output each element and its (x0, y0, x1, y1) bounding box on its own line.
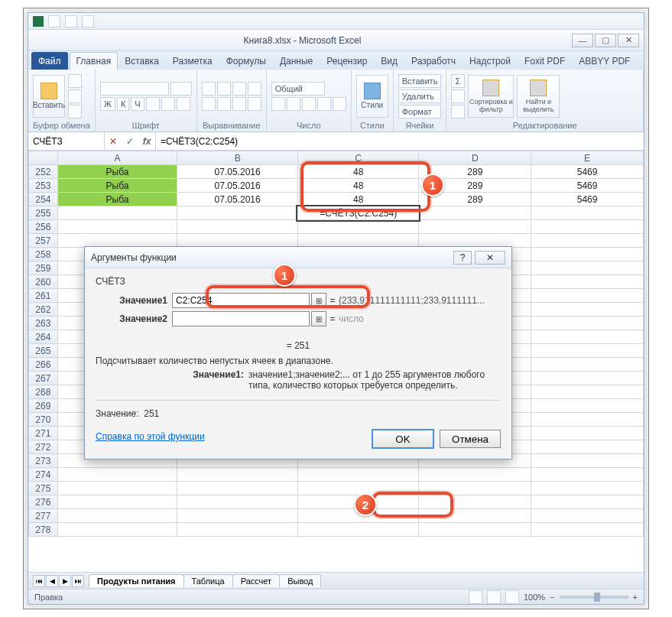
dialog-description: Подсчитывает количество непустых ячеек в… (96, 356, 501, 366)
currency[interactable] (271, 97, 285, 111)
view-normal[interactable] (469, 590, 482, 604)
tab-developer[interactable]: Разработч (404, 52, 463, 70)
cells-insert[interactable]: Вставить (398, 74, 442, 88)
arg1-preview: {233,911111111111;233,9111111... (339, 295, 485, 306)
col-header-d[interactable]: D (419, 151, 531, 165)
tab-layout[interactable]: Разметка (166, 52, 219, 70)
font-color[interactable] (177, 97, 190, 111)
align-right[interactable] (232, 97, 246, 111)
font-size[interactable] (170, 82, 192, 96)
align-center[interactable] (217, 97, 231, 111)
format-painter[interactable] (68, 105, 82, 119)
zoom-in[interactable]: + (633, 593, 638, 602)
dialog-cancel-button[interactable]: Отмена (440, 430, 501, 448)
function-arguments-dialog: Аргументы функции ? ✕ СЧЁТЗ Значение1 ⊞ … (84, 246, 512, 460)
sheet-tab-active[interactable]: Продукты питания (89, 574, 184, 587)
row-254[interactable]: 254Рыба07.05.2016482895469 (29, 193, 644, 206)
dialog-help-link[interactable]: Справка по этой функции (96, 431, 205, 442)
merge-cells[interactable] (248, 97, 261, 111)
tab-review[interactable]: Рецензир (320, 52, 374, 70)
clear-button[interactable] (451, 105, 465, 119)
zoom-out[interactable]: − (550, 593, 554, 602)
align-top[interactable] (202, 82, 216, 96)
tab-data[interactable]: Данные (273, 52, 320, 70)
tab-file[interactable]: Файл (31, 52, 68, 70)
sheet-nav-prev[interactable]: ◀ (46, 575, 58, 587)
tab-view[interactable]: Вид (374, 52, 404, 70)
inc-decimal[interactable] (317, 97, 331, 111)
arg1-ref-button[interactable]: ⊞ (311, 293, 326, 308)
select-all[interactable] (29, 151, 58, 165)
paste-button[interactable]: Вставить (33, 75, 65, 118)
zoom-slider[interactable] (560, 596, 628, 599)
col-header-b[interactable]: B (177, 151, 297, 165)
col-header-c[interactable]: C (297, 151, 419, 165)
sheet-nav-first[interactable]: ⏮ (33, 575, 45, 587)
annotation-badge-dialog-2: 2 (354, 493, 377, 516)
sheet-nav-last[interactable]: ⏭ (72, 575, 84, 587)
bold-button[interactable]: Ж (100, 97, 115, 111)
font-family[interactable] (100, 82, 169, 96)
active-cell[interactable]: =СЧЁТЗ(C2:C254) (297, 206, 419, 220)
styles-button[interactable]: Стили (356, 75, 388, 118)
fill-color[interactable] (161, 97, 175, 111)
formula-input[interactable]: =СЧЁТЗ(C2:C254) (156, 132, 644, 150)
arg2-input[interactable] (172, 311, 310, 326)
group-title-font: Шрифт (100, 119, 192, 130)
fx-button[interactable]: fx (138, 133, 155, 150)
dialog-help-button[interactable]: ? (453, 251, 472, 265)
border-button[interactable] (146, 97, 160, 111)
tab-formulas[interactable]: Формулы (219, 52, 273, 70)
sort-filter[interactable]: Сортировка и фильтр (468, 75, 514, 118)
align-left[interactable] (202, 97, 216, 111)
sheet-tab-1[interactable]: Таблица (183, 574, 233, 587)
close-button[interactable]: ✕ (618, 34, 639, 47)
formula-enter[interactable]: ✓ (122, 133, 138, 150)
sheet-nav-next[interactable]: ▶ (59, 575, 71, 587)
copy-button[interactable] (68, 89, 82, 103)
maximize-button[interactable]: ▢ (595, 34, 616, 47)
sheet-tab-3[interactable]: Вывод (279, 574, 321, 587)
sheet-tab-2[interactable]: Рассчет (232, 574, 281, 587)
formula-cancel[interactable]: ✕ (105, 133, 122, 150)
tab-addins[interactable]: Надстрой (463, 52, 518, 70)
cells-delete[interactable]: Удалить (398, 89, 442, 103)
arg2-ref-button[interactable]: ⊞ (311, 311, 326, 326)
align-bottom[interactable] (232, 82, 246, 96)
align-middle[interactable] (217, 82, 231, 96)
comma[interactable] (302, 97, 316, 111)
tab-foxit[interactable]: Foxit PDF (518, 52, 572, 70)
fill-button[interactable] (451, 89, 465, 103)
autosum[interactable]: Σ (451, 74, 465, 88)
italic-button[interactable]: К (117, 97, 129, 111)
qat-redo[interactable] (82, 15, 94, 28)
cut-button[interactable] (68, 74, 82, 88)
col-header-a[interactable]: A (57, 151, 177, 165)
ribbon-group-alignment: Выравнивание (197, 70, 267, 132)
tab-home[interactable]: Главная (70, 52, 118, 70)
view-break[interactable] (505, 590, 519, 604)
row-253[interactable]: 253Рыба07.05.2016482895469 (29, 179, 644, 193)
row-255[interactable]: 255=СЧЁТЗ(C2:C254) (29, 206, 644, 220)
dialog-close-button[interactable]: ✕ (475, 251, 505, 265)
tab-abbyy[interactable]: ABBYY PDF (572, 52, 637, 70)
excel-window: Книга8.xlsx - Microsoft Excel — ▢ ✕ Файл… (28, 12, 644, 605)
dialog-ok-button[interactable]: OK (372, 430, 433, 448)
col-header-e[interactable]: E (531, 151, 644, 165)
number-format[interactable]: Общий (271, 82, 325, 96)
tab-insert[interactable]: Вставка (118, 52, 166, 70)
row-252[interactable]: 252Рыба07.05.2016482895469 (29, 165, 644, 179)
underline-button[interactable]: Ч (131, 97, 144, 111)
find-select[interactable]: Найти и выделить (517, 75, 560, 118)
percent[interactable] (287, 97, 300, 111)
dec-decimal[interactable] (333, 97, 346, 111)
dialog-titlebar[interactable]: Аргументы функции ? ✕ (85, 247, 511, 268)
name-box[interactable]: СЧЁТЗ (28, 132, 105, 150)
qat-save[interactable] (48, 15, 60, 28)
cells-format[interactable]: Формат (398, 105, 442, 119)
view-layout[interactable] (487, 590, 501, 604)
arg1-input[interactable] (172, 293, 310, 308)
qat-undo[interactable] (65, 15, 77, 28)
minimize-button[interactable]: — (572, 34, 593, 47)
wrap-text[interactable] (248, 82, 261, 96)
